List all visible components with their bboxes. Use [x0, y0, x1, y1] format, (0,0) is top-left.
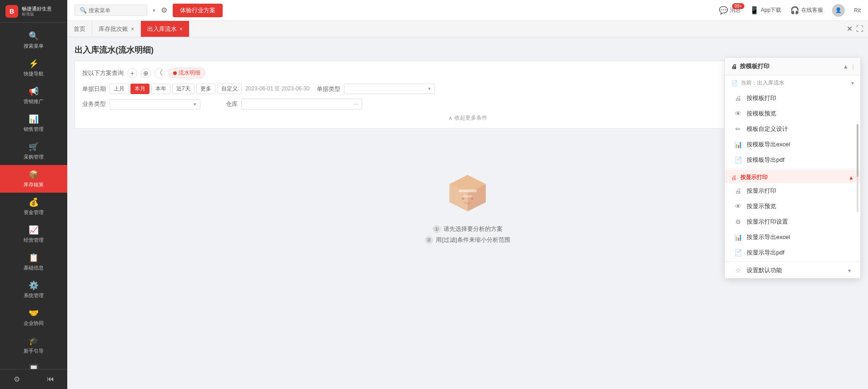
type-select[interactable]: ▾ [344, 84, 435, 94]
template-preview-label: 按模板预览 [747, 110, 776, 118]
template-icon: 📄 [731, 80, 738, 86]
default-func-icon: ☆ [734, 267, 742, 274]
topbar-settings-icon[interactable]: ⚙ [161, 6, 167, 15]
display-print-settings-item[interactable]: ⚙ 按显示打印设置 [725, 214, 860, 229]
display-excel-item[interactable]: 📊 按显示导出excel [725, 229, 860, 245]
dropdown-print-icon: 🖨 [731, 63, 737, 70]
sidebar-item-3[interactable]: 📊 销售管理 [0, 110, 67, 137]
date-btn-近7天[interactable]: 近7天 [172, 84, 195, 94]
display-print-label: 按显示打印 [747, 187, 776, 195]
collapse-sidebar-icon[interactable]: ⏮ [47, 375, 54, 384]
warehouse-field: 仓库 ··· [226, 99, 362, 110]
display-excel-label: 按显示导出excel [747, 233, 790, 241]
print-icon-sm: 🖨 [734, 95, 742, 102]
close-tab-icon[interactable]: ✕ [846, 24, 853, 34]
filter-add-btn[interactable]: + [127, 68, 137, 78]
sidebar-item-12[interactable]: 🔲 应用中心 [0, 359, 67, 369]
sidebar-icon-10: 🤝 [29, 308, 39, 318]
sidebar-icon-0: 🔍 [29, 31, 39, 41]
tab-1[interactable]: 库存批次账× [92, 21, 141, 37]
biz-type-label: 业务类型 [82, 100, 106, 108]
online-service-btn[interactable]: 🎧 在线客服 [790, 6, 823, 15]
online-service-label: 在线客服 [801, 6, 823, 14]
warehouse-select[interactable]: ··· [241, 99, 362, 110]
app-download-btn[interactable]: 📱 App下载 [750, 6, 781, 15]
display-preview-item[interactable]: 👁 按显示预览 [725, 199, 860, 214]
sidebar-item-10[interactable]: 🤝 企业协同 [0, 304, 67, 331]
template-custom-item[interactable]: ✏ 模板自定义设计 [725, 121, 860, 137]
template-pdf-item[interactable]: 📄 按模板导出pdf [725, 152, 860, 168]
filter-collapse-btn[interactable]: 《 [155, 68, 165, 78]
app-download-label: App下载 [761, 6, 781, 14]
user-avatar[interactable]: 👤 [832, 4, 845, 17]
search-dropdown-icon[interactable]: ▾ [153, 7, 155, 14]
collapse-btn[interactable]: ∧ 收起更多条件 [449, 114, 487, 122]
sidebar-item-0[interactable]: 🔍 搜索菜单 [0, 26, 67, 54]
tip1-num: ① [433, 225, 441, 233]
date-btn-本月[interactable]: 本月 [130, 84, 150, 94]
template-print-item[interactable]: 🖨 按模板打印 [725, 90, 860, 106]
template-preview-item[interactable]: 👁 按模板预览 [725, 106, 860, 121]
date-btn-上月[interactable]: 上月 [110, 84, 129, 94]
topbar-search[interactable]: 🔍 [75, 5, 147, 16]
dropdown-up-arrow[interactable]: ▲ [843, 63, 848, 70]
user-name[interactable]: Rit [854, 7, 861, 14]
tab-2[interactable]: 出入库流水× [141, 21, 190, 37]
sidebar-label-4: 采购管理 [24, 154, 44, 160]
disp-excel-icon: 📊 [734, 234, 742, 241]
sidebar-item-6[interactable]: 💰 资金管理 [0, 193, 67, 220]
display-pdf-item[interactable]: 📄 按显示导出pdf [725, 245, 860, 260]
message-btn[interactable]: 💬 消息 99+ [719, 6, 741, 15]
sidebar-item-9[interactable]: ⚙️ 系统管理 [0, 276, 67, 304]
sidebar-item-5[interactable]: 📦 库存核算 [0, 165, 67, 193]
page-title: 出入库流水(流水明细) [75, 45, 154, 55]
display-preview-label: 按显示预览 [747, 202, 776, 210]
default-func-item[interactable]: ☆ 设置默认功能 ▾ [725, 263, 860, 278]
filter-label: 按以下方案查询 [82, 69, 124, 77]
sidebar: B 畅捷通好生意 标准版 🔍 搜索菜单 ⚡ 快捷导航 📢 营销推广 📊 销售管理… [0, 0, 67, 389]
sidebar-item-7[interactable]: 📈 经营管理 [0, 220, 67, 248]
tab-close-2[interactable]: × [180, 26, 183, 32]
dropdown-scrollbar[interactable] [857, 124, 858, 212]
settings-icon[interactable]: ⚙ [14, 375, 20, 384]
tab-bar: 首页库存批次账×出入库流水× ✕ ⛶ [67, 21, 868, 37]
expand-icon[interactable]: ⛶ [855, 24, 864, 34]
display-settings-label: 按显示打印设置 [747, 218, 788, 226]
sidebar-icon-11: 🎓 [29, 336, 39, 346]
search-input[interactable] [89, 7, 142, 14]
sidebar-item-1[interactable]: ⚡ 快捷导航 [0, 54, 67, 82]
sidebar-icon-12: 🔲 [29, 364, 39, 369]
sidebar-item-8[interactable]: 📋 基础信息 [0, 248, 67, 276]
current-template-row[interactable]: 📄 当前：出入库流水 ▾ [725, 75, 860, 90]
filter-tag-label: 流水明细 [179, 69, 200, 77]
biz-type-select[interactable]: ▾ [110, 99, 200, 110]
tip1-text: 请先选择要分析的方案 [444, 225, 503, 233]
tab-close-1[interactable]: × [131, 26, 134, 32]
disp-pdf-icon: 📄 [734, 249, 742, 256]
date-btn-自定义[interactable]: 自定义 [217, 84, 242, 94]
sidebar-item-2[interactable]: 📢 营销推广 [0, 82, 67, 110]
sidebar-item-11[interactable]: 🎓 新手引导 [0, 331, 67, 359]
message-icon: 💬 [719, 6, 728, 15]
display-print-item[interactable]: 🖨 按显示打印 [725, 183, 860, 199]
warehouse-more-icon[interactable]: ··· [354, 101, 358, 107]
date-btn-更多[interactable]: 更多 [196, 84, 215, 94]
display-section-icon: 🖨 [731, 175, 737, 181]
template-excel-item[interactable]: 📊 按模板导出excel [725, 137, 860, 152]
sidebar-nav: 🔍 搜索菜单 ⚡ 快捷导航 📢 营销推广 📊 销售管理 🛒 采购管理 📦 库存核… [0, 23, 67, 369]
sidebar-icon-6: 💰 [29, 197, 39, 207]
filter-settings-btn[interactable]: ⊕ [141, 68, 151, 78]
warehouse-label: 仓库 [226, 100, 238, 108]
service-icon: 🎧 [790, 6, 799, 15]
date-btn-本年[interactable]: 本年 [151, 84, 170, 94]
h-divider: | [852, 63, 854, 70]
trial-btn[interactable]: 体验行业方案 [173, 4, 223, 17]
sidebar-label-10: 企业协同 [24, 320, 44, 327]
tab-0[interactable]: 首页 [67, 21, 92, 37]
dropdown-header-actions: ▲ | [843, 63, 854, 70]
sidebar-item-4[interactable]: 🛒 采购管理 [0, 137, 67, 165]
active-filter-tag[interactable]: 流水明细 [168, 68, 205, 78]
dropdown-header: 🖨 按模板打印 ▲ | [725, 58, 860, 75]
template-custom-label: 模板自定义设计 [747, 125, 788, 133]
display-print-section[interactable]: 🖨 按显示打印 ▲ [725, 170, 860, 183]
